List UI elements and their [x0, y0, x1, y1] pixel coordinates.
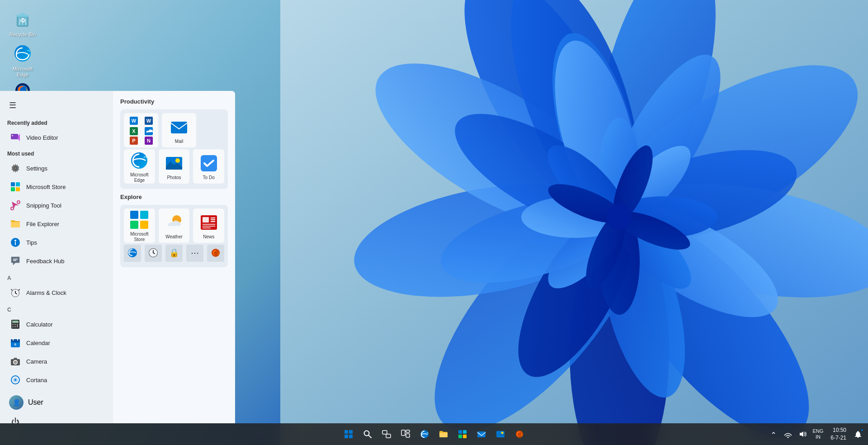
search-button[interactable] [359, 425, 377, 443]
calculator-icon [9, 318, 22, 331]
photos-tile-label: Photos [167, 175, 181, 180]
svg-rect-69 [17, 325, 18, 327]
settings-icon [9, 162, 22, 175]
edge-tile[interactable]: Microsoft Edge [124, 149, 155, 184]
photos-tile-icon [164, 153, 184, 173]
tips-icon [9, 236, 22, 249]
taskbar-other[interactable] [510, 425, 528, 443]
video-editor-name: Video Editor [26, 134, 58, 141]
taskbar-mail[interactable] [472, 425, 491, 443]
small-tile-2[interactable] [145, 245, 162, 262]
svg-point-32 [607, 204, 632, 230]
task-view-button[interactable] [377, 425, 396, 443]
mail-tile[interactable]: Mail [162, 113, 196, 147]
svg-marker-44 [18, 134, 20, 141]
app-item-alarms[interactable]: Alarms & Clock [2, 284, 111, 302]
word-icon: W [127, 116, 141, 125]
app-item-feedback[interactable]: Feedback Hub [2, 252, 111, 270]
app-item-tips[interactable]: Tips [2, 233, 111, 251]
news-tile-label: News [203, 234, 214, 240]
small-tile-1[interactable] [124, 245, 141, 262]
svg-rect-68 [14, 326, 16, 327]
edge-desktop-icon[interactable]: Microsoft Edge [5, 41, 41, 80]
calendar-icon: 6 [9, 336, 22, 349]
ms-store-tile[interactable]: Microsoft Store [124, 208, 155, 243]
cortana-name: Cortana [26, 377, 47, 383]
edge-tile-label: Microsoft Edge [126, 172, 153, 183]
app-item-settings[interactable]: Settings [2, 159, 111, 177]
app-item-cortana[interactable]: Cortana [2, 371, 111, 389]
taskbar: ENG IN 10:50 6-7-21 [0, 423, 868, 445]
svg-rect-131 [458, 430, 462, 434]
power-button[interactable]: ⏻ [2, 413, 111, 423]
m365-tile[interactable]: W W [124, 113, 158, 147]
svg-rect-66 [17, 324, 18, 325]
photos-tile[interactable]: Photos [159, 149, 190, 184]
taskbar-file-explorer[interactable] [434, 425, 453, 443]
tray-network[interactable] [782, 428, 794, 440]
svg-rect-100 [130, 211, 138, 219]
app-item-video-editor[interactable]: Video Editor [2, 128, 111, 147]
tray-volume[interactable] [796, 428, 809, 440]
svg-rect-128 [406, 430, 410, 432]
svg-rect-67 [12, 326, 14, 327]
app-item-ms-store[interactable]: Microsoft Store [2, 178, 111, 196]
small-tile-3[interactable]: 🔒 [165, 245, 183, 262]
svg-text:W: W [146, 118, 151, 123]
todo-tile[interactable]: To Do [193, 149, 224, 184]
svg-rect-64 [12, 324, 14, 325]
svg-rect-63 [12, 321, 19, 323]
taskbar-photos[interactable] [491, 425, 509, 443]
svg-rect-49 [11, 187, 15, 191]
news-tile-icon [199, 213, 219, 232]
lang-region: IN [812, 434, 823, 440]
start-button[interactable] [340, 425, 358, 443]
alarms-clock-icon [9, 286, 22, 299]
user-account-item[interactable]: 👤 User [2, 393, 111, 412]
svg-text:♻: ♻ [20, 17, 26, 24]
taskbar-store[interactable] [453, 425, 472, 443]
desktop: ♻ Recycle Bin Microsoft Edge [0, 0, 868, 445]
productivity-tile-group: W W [120, 109, 228, 189]
user-name: User [28, 398, 43, 407]
edge-desktop-label: Microsoft Edge [6, 66, 39, 78]
svg-rect-133 [458, 435, 462, 438]
feedback-hub-name: Feedback Hub [26, 258, 65, 265]
feedback-hub-icon [9, 255, 22, 267]
ms-store-name: Microsoft Store [26, 184, 66, 190]
taskbar-edge[interactable] [415, 425, 434, 443]
app-item-snipping[interactable]: Snipping Tool [2, 196, 111, 214]
app-item-calendar[interactable]: 6 Calendar [2, 334, 111, 352]
widgets-button[interactable] [396, 425, 415, 443]
cortana-icon [9, 374, 22, 386]
video-editor-icon [9, 131, 22, 144]
news-tile[interactable]: News [193, 208, 224, 243]
taskbar-clock[interactable]: 10:50 6-7-21 [827, 426, 850, 442]
tiles-panel: Productivity W [113, 91, 235, 423]
productivity-row-2: Microsoft Edge Photos [124, 149, 224, 184]
app-list-sidebar: ☰ Recently added Video Editor Most used [0, 91, 113, 423]
recycle-bin-label: Recycle Bin [9, 32, 36, 38]
word2-icon: W [142, 116, 156, 125]
hamburger-button[interactable]: ☰ [4, 96, 22, 114]
app-item-camera[interactable]: Camera [2, 352, 111, 370]
app-item-file-explorer[interactable]: File Explorer [2, 215, 111, 233]
lang-indicator[interactable]: ENG IN [811, 428, 825, 440]
svg-rect-95 [171, 122, 187, 133]
small-tile-5[interactable] [207, 245, 224, 262]
todo-tile-icon [199, 153, 219, 173]
app-item-calculator[interactable]: Calculator [2, 315, 111, 333]
small-tile-4[interactable]: ⋯ [186, 245, 203, 262]
svg-rect-120 [349, 430, 353, 434]
notification-area[interactable] [852, 428, 864, 440]
svg-text:P: P [132, 138, 135, 143]
weather-tile[interactable]: Weather [159, 208, 190, 243]
svg-rect-106 [203, 217, 209, 222]
svg-text:W: W [131, 118, 136, 123]
recycle-bin-icon[interactable]: ♻ Recycle Bin [5, 6, 41, 39]
svg-rect-47 [11, 182, 15, 186]
ms-store-icon [9, 180, 22, 193]
mail-tile-label: Mail [175, 139, 183, 144]
small-tile-5-icon [209, 247, 222, 258]
tray-chevron[interactable] [767, 428, 780, 440]
